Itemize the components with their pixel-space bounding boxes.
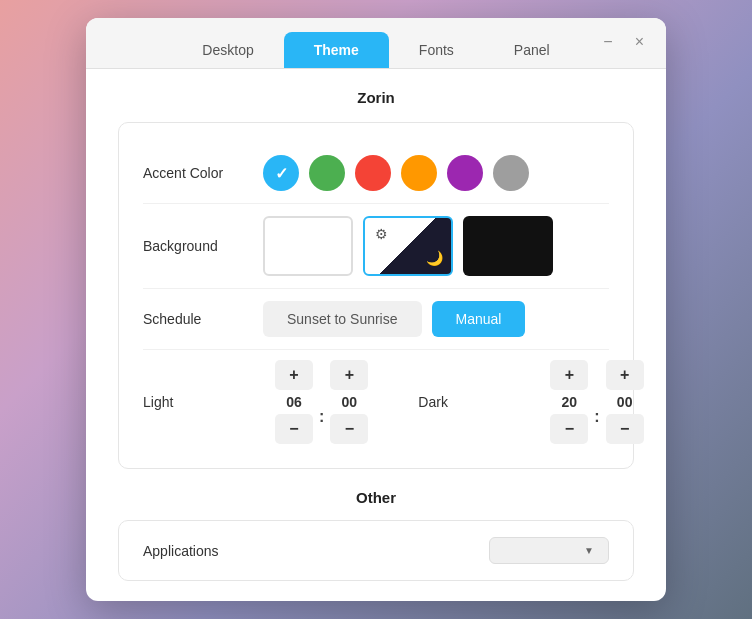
light-hours-up[interactable]: + (275, 360, 313, 390)
dark-colon: : (594, 408, 599, 426)
time-controls-container: Light + 06 − : + 00 − (143, 360, 609, 444)
color-blue[interactable] (263, 155, 299, 191)
schedule-control: Sunset to Sunrise Manual (263, 301, 609, 337)
bg-auto-gear-icon: ⚙ (375, 226, 388, 242)
light-hours-col: + 06 − (275, 360, 313, 444)
content-area: Zorin Accent Color Background (86, 69, 666, 601)
color-red[interactable] (355, 155, 391, 191)
dark-minutes-col: + 00 − (606, 360, 644, 444)
light-hours-value: 06 (282, 394, 306, 410)
close-button[interactable]: × (629, 32, 650, 52)
chevron-down-icon: ▼ (584, 545, 594, 556)
bg-auto-moon-icon: 🌙 (426, 250, 443, 266)
dark-minutes-up[interactable]: + (606, 360, 644, 390)
light-label: Light (143, 394, 263, 410)
dark-hours-value: 20 (557, 394, 581, 410)
dark-time-group: Dark + 20 − : + 00 − (418, 360, 643, 444)
settings-window: Desktop Theme Fonts Panel − × Zorin Acce… (86, 18, 666, 601)
accent-color-row: Accent Color (143, 143, 609, 204)
color-green[interactable] (309, 155, 345, 191)
light-hours-down[interactable]: − (275, 414, 313, 444)
minimize-button[interactable]: − (597, 32, 618, 52)
zorin-title: Zorin (118, 89, 634, 106)
bg-option-auto[interactable]: ⚙ 🌙 (363, 216, 453, 276)
schedule-sunset-button[interactable]: Sunset to Sunrise (263, 301, 422, 337)
tab-theme[interactable]: Theme (284, 32, 389, 68)
tabs-container: Desktop Theme Fonts Panel (102, 32, 650, 68)
schedule-manual-button[interactable]: Manual (432, 301, 526, 337)
color-orange[interactable] (401, 155, 437, 191)
schedule-label: Schedule (143, 311, 263, 327)
dark-inputs: + 20 − : + 00 − (550, 360, 643, 444)
schedule-row: Schedule Sunset to Sunrise Manual (143, 289, 609, 350)
light-minutes-up[interactable]: + (330, 360, 368, 390)
dark-hours-col: + 20 − (550, 360, 588, 444)
light-colon: : (319, 408, 324, 426)
color-purple[interactable] (447, 155, 483, 191)
bg-option-dark[interactable] (463, 216, 553, 276)
light-minutes-value: 00 (337, 394, 361, 410)
dark-hours-up[interactable]: + (550, 360, 588, 390)
window-controls: − × (597, 32, 650, 52)
light-minutes-col: + 00 − (330, 360, 368, 444)
light-time-group: Light + 06 − : + 00 − (143, 360, 368, 444)
light-minutes-down[interactable]: − (330, 414, 368, 444)
zorin-settings-card: Accent Color Background ⚙ 🌙 (118, 122, 634, 469)
background-row: Background ⚙ 🌙 (143, 204, 609, 289)
tab-desktop[interactable]: Desktop (172, 32, 283, 68)
dark-minutes-value: 00 (613, 394, 637, 410)
accent-color-label: Accent Color (143, 165, 263, 181)
applications-dropdown[interactable]: ▼ (489, 537, 609, 564)
background-control: ⚙ 🌙 (263, 216, 609, 276)
color-gray[interactable] (493, 155, 529, 191)
titlebar: Desktop Theme Fonts Panel − × (86, 18, 666, 69)
applications-row: Applications ▼ (143, 537, 609, 564)
other-card: Applications ▼ (118, 520, 634, 581)
accent-color-control (263, 155, 609, 191)
dark-hours-down[interactable]: − (550, 414, 588, 444)
applications-label: Applications (143, 543, 219, 559)
time-row: Light + 06 − : + 00 − (143, 350, 609, 448)
background-label: Background (143, 238, 263, 254)
dark-minutes-down[interactable]: − (606, 414, 644, 444)
bg-option-light[interactable] (263, 216, 353, 276)
other-title: Other (118, 489, 634, 506)
tab-fonts[interactable]: Fonts (389, 32, 484, 68)
tab-panel[interactable]: Panel (484, 32, 580, 68)
dark-label: Dark (418, 394, 538, 410)
light-inputs: + 06 − : + 00 − (275, 360, 368, 444)
